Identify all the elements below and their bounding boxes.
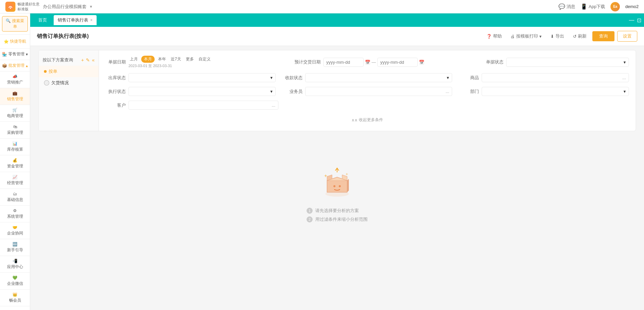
sidebar-item-purchase[interactable]: 🛍 采购管理 (0, 122, 30, 138)
app-download-btn[interactable]: 📱 App下载 (581, 3, 605, 10)
sidebar-item-appcenter[interactable]: 📲 应用中心 (0, 256, 30, 272)
enterprise-group: 🤝 企业协同 (0, 222, 30, 239)
sidebar-item-wechat[interactable]: 💚 企业微信 (0, 273, 30, 289)
basic-icon: 🗂 (13, 192, 17, 196)
user-name[interactable]: demo2 (625, 4, 639, 9)
help-icon: ❓ (486, 34, 492, 39)
sidebar-search-area: 🔍 搜索菜单 (0, 13, 30, 35)
operation-icon: 📈 (12, 175, 17, 179)
empty-illustration (317, 162, 357, 202)
goods-select[interactable]: ... (482, 73, 629, 82)
tab-sales-order[interactable]: 销售订单执行表 × (54, 15, 97, 25)
refresh-btn[interactable]: ↺ 刷新 (570, 32, 590, 41)
sidebar-item-finance[interactable]: 💰 资金管理 (0, 155, 30, 172)
sidebar-item-retail[interactable]: 🏪 零售管理 ▾ (0, 49, 30, 60)
empty-state: 1 请先选择要分析的方案 2 用过滤条件来缩小分析范围 (34, 135, 640, 249)
ship-status-label: 出库状态 (106, 75, 126, 81)
settings-btn[interactable]: 设置 (617, 31, 637, 42)
exec-status-select[interactable]: ▾ (128, 87, 276, 96)
inventory-group: 📊 库存核算 (0, 139, 30, 155)
sidebar-item-marketing[interactable]: 📣 营销推广 (0, 71, 30, 88)
shortcut-this-year[interactable]: 本年 (157, 56, 167, 63)
arrow-up-icon: ▴ (26, 63, 28, 68)
edit-plan-btn[interactable]: ✎ (86, 57, 90, 63)
customer-label: 客户 (106, 102, 126, 108)
collection-status-field: 收款状态 ▾ (282, 73, 452, 82)
marketing-icon: 📣 (12, 74, 17, 79)
finance-group: 💰 资金管理 (0, 155, 30, 172)
empty-tip-2: 2 用过滤条件来缩小分析范围 (307, 216, 368, 222)
tab-minimize-btn[interactable]: — (629, 17, 634, 23)
search-menu-btn[interactable]: 🔍 搜索菜单 (2, 16, 28, 32)
customer-ellipsis[interactable]: ... (272, 103, 275, 108)
plan-dot (44, 70, 47, 73)
phone-icon: 📱 (581, 3, 587, 10)
salesman-ellipsis[interactable]: ... (446, 89, 449, 94)
export-btn[interactable]: ⬇ 导出 (547, 32, 567, 41)
warehouse-icon: 📦 (2, 63, 7, 68)
calendar-to-icon[interactable]: 📅 (419, 60, 424, 65)
export-icon: ⬇ (550, 34, 554, 39)
shortcut-this-month[interactable]: 本月 (141, 56, 155, 63)
collapse-up-icon: ∧∧ (352, 118, 358, 122)
shortcut-custom[interactable]: 自定义 (197, 56, 212, 63)
wholesale-group: 📦 批发管理 ▴ (0, 60, 30, 71)
plan-item-0[interactable]: 按单 (39, 66, 99, 77)
help-btn[interactable]: ❓ 帮助 (483, 32, 505, 41)
collapse-plan-btn[interactable]: « (92, 57, 95, 63)
calendar-from-icon[interactable]: 📅 (365, 60, 370, 65)
doc-status-select[interactable]: ▾ (506, 58, 629, 67)
shop-icon: 🏪 (2, 52, 7, 57)
ship-status-select[interactable]: ▾ (128, 73, 276, 82)
message-btn[interactable]: 💬 消息 (558, 3, 575, 10)
system-group: ⚙ 系统管理 (0, 206, 30, 222)
filter-sidebar: 按以下方案查询 + ✎ « 按单 (39, 50, 99, 131)
salesman-select[interactable]: ... (305, 87, 452, 96)
shortcut-prev-month[interactable]: 上月 (128, 56, 139, 63)
filter-row-2: 出库状态 ▾ 收款状态 ▾ (106, 73, 629, 82)
svg-point-2 (46, 82, 48, 84)
filter-panel-wrapper: 按以下方案查询 + ✎ « 按单 (34, 50, 640, 249)
sidebar-item-sales[interactable]: 💼 销售管理 (0, 88, 30, 105)
expected-date-from[interactable] (323, 58, 364, 67)
tab-home[interactable]: 首页 (33, 15, 52, 25)
main-layout: 🔍 搜索菜单 ⭐ 快捷导航 🏪 零售管理 ▾ 📦 批发管理 ▴ (0, 13, 644, 310)
expected-date-to[interactable] (377, 58, 418, 67)
page-header-actions: ❓ 帮助 🖨 按模板打印 ▾ ⬇ 导出 ↺ 刷新 (483, 31, 637, 42)
shortcut-7days[interactable]: 近7天 (169, 56, 182, 63)
purchase-icon: 🛍 (13, 124, 17, 129)
enterprise-icon: 🤝 (12, 225, 17, 230)
sidebar-item-system[interactable]: ⚙ 系统管理 (0, 206, 30, 222)
appcenter-group: 📲 应用中心 (0, 256, 30, 273)
customer-select[interactable]: ... (128, 101, 278, 110)
plan-item-1[interactable]: 欠货情况 (39, 77, 99, 89)
svg-point-4 (333, 185, 335, 187)
goods-field: 商品 ... (459, 73, 629, 82)
sidebar-item-quick-nav[interactable]: ⭐ 快捷导航 (0, 37, 30, 46)
sidebar-item-ecommerce[interactable]: 🛒 电商管理 (0, 105, 30, 121)
sidebar-item-member[interactable]: 👑 畅会员 (0, 290, 30, 306)
member-group: 👑 畅会员 (0, 290, 30, 306)
collection-status-select[interactable]: ▾ (305, 73, 452, 82)
sidebar-item-newuser[interactable]: 🆕 新手引导 (0, 239, 30, 256)
sidebar-item-enterprise[interactable]: 🤝 企业协同 (0, 222, 30, 239)
ecommerce-icon: 🛒 (12, 108, 17, 112)
tab-maximize-btn[interactable]: ⊡ (637, 17, 641, 23)
shortcut-more[interactable]: 更多 (184, 56, 195, 63)
dept-select[interactable]: ▾ (482, 87, 629, 96)
goods-ellipsis[interactable]: ... (622, 75, 626, 80)
retail-group: 🏪 零售管理 ▾ (0, 49, 30, 60)
breadcrumb-arrow[interactable]: ▾ (90, 4, 92, 9)
sidebar-item-inventory[interactable]: 📊 库存核算 (0, 139, 30, 155)
sidebar-item-operation[interactable]: 📈 经营管理 (0, 172, 30, 189)
sidebar-item-wholesale[interactable]: 📦 批发管理 ▴ (0, 60, 30, 71)
avatar[interactable]: Ea (610, 2, 620, 11)
query-btn[interactable]: 查询 (592, 31, 614, 41)
print-btn[interactable]: 🖨 按模板打印 ▾ (507, 32, 545, 41)
collapse-more-btn[interactable]: ∧∧ 收起更多条件 (106, 114, 629, 125)
sidebar-item-basic[interactable]: 🗂 基础信息 (0, 189, 30, 205)
newuser-icon: 🆕 (12, 242, 17, 247)
tab-close-btn[interactable]: × (90, 18, 93, 22)
top-header: 畅捷通好生意 标准版 办公用品行业模拟账套 ▾ 💬 消息 📱 App下载 Ea … (0, 0, 644, 13)
add-plan-btn[interactable]: + (81, 57, 84, 63)
